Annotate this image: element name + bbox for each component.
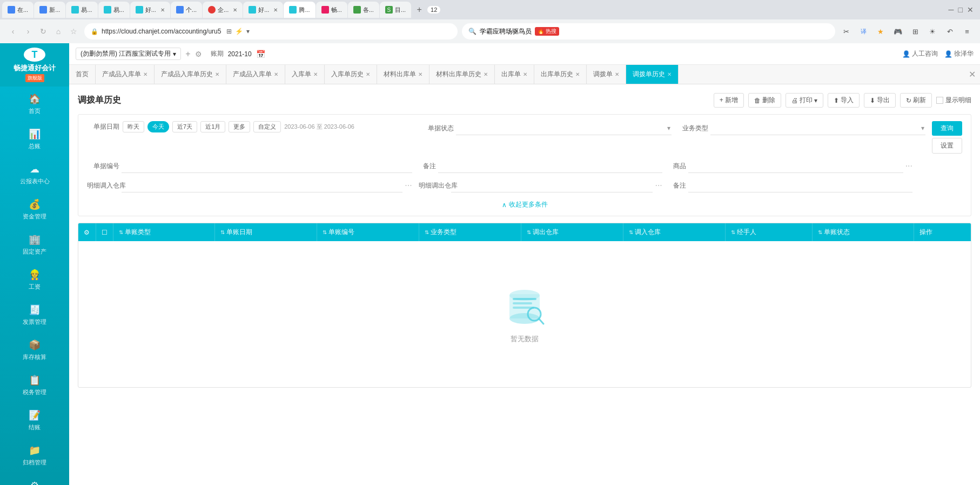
sidebar-item-archive[interactable]: 📁 归档管理 xyxy=(0,438,69,473)
sidebar-item-tax[interactable]: 📋 税务管理 xyxy=(0,368,69,403)
page-tab-close-8[interactable]: ✕ xyxy=(523,71,527,77)
tab-close-6[interactable]: ✕ xyxy=(233,7,237,13)
back-button[interactable]: ‹ xyxy=(6,25,19,38)
th-out-warehouse[interactable]: ⇅ 调出仓库 xyxy=(521,223,623,241)
page-tab-home[interactable]: 首页 xyxy=(69,65,96,84)
browser-tab-5[interactable]: 个... xyxy=(171,2,202,18)
page-tab-transfer-history[interactable]: 调拨单历史 ✕ xyxy=(626,65,679,84)
business-type-select[interactable]: ▾ xyxy=(710,121,925,135)
gear-settings-icon[interactable]: ⚙ xyxy=(195,50,202,58)
star-icon[interactable]: ★ xyxy=(874,25,887,38)
detail-in-input[interactable] xyxy=(122,178,402,192)
sidebar-item-inventory[interactable]: 📦 库存核算 xyxy=(0,333,69,368)
bookmark-button[interactable]: ☆ xyxy=(67,25,80,38)
browser-tab-1[interactable]: 新... xyxy=(34,2,65,18)
new-button[interactable]: + 新增 xyxy=(714,93,744,108)
page-tab-transfer[interactable]: 调拨单 ✕ xyxy=(587,65,626,84)
detail-out-input[interactable] xyxy=(451,178,653,192)
browser-tab-11[interactable]: S 目... xyxy=(380,2,411,18)
menu-icon[interactable]: ≡ xyxy=(961,25,974,38)
page-tab-close-1[interactable]: ✕ xyxy=(143,71,147,77)
date-btn-custom[interactable]: 自定义 xyxy=(253,121,281,132)
th-biz-type[interactable]: ⇅ 业务类型 xyxy=(419,223,521,241)
refresh-button[interactable]: ↻ 刷新 xyxy=(900,93,932,108)
date-btn-1month[interactable]: 近1月 xyxy=(200,121,225,132)
search-field[interactable]: 🔍 学霸应聘场驱鸟员 🔥 热搜 xyxy=(462,23,835,39)
date-btn-more[interactable]: 更多 xyxy=(229,121,250,132)
browser-tab-7[interactable]: 好... ✕ xyxy=(243,2,283,18)
doc-number-input[interactable] xyxy=(122,159,412,173)
goods-input[interactable] xyxy=(688,159,903,173)
remark-input[interactable] xyxy=(438,159,662,173)
sidebar-item-fixed-assets[interactable]: 🏢 固定资产 xyxy=(0,227,69,262)
brightness-icon[interactable]: ☀ xyxy=(926,25,939,38)
page-tab-inbound[interactable]: 入库单 ✕ xyxy=(285,65,325,84)
new-tab-button[interactable]: + xyxy=(412,2,427,17)
page-tab-outbound-history[interactable]: 出库单历史 ✕ xyxy=(534,65,587,84)
filter-settings-button[interactable]: 设置 xyxy=(932,138,962,154)
user-avatar[interactable]: 👤 徐泽华 xyxy=(944,49,974,58)
sidebar-item-payroll[interactable]: 👷 工资 xyxy=(0,262,69,297)
browser-tab-9[interactable]: 畅... xyxy=(316,2,347,18)
company-selector[interactable]: (勿删勿禁用) 江西服宝测试专用 ▾ xyxy=(76,48,181,60)
detail-out-picker-icon[interactable]: ··· xyxy=(655,181,662,190)
page-tab-close-3[interactable]: ✕ xyxy=(274,71,278,77)
display-checkbox[interactable] xyxy=(936,97,943,104)
page-tab-product-inbound2[interactable]: 产成品入库单 ✕ xyxy=(226,65,285,84)
minimize-button[interactable]: ─ xyxy=(949,5,954,14)
sidebar-item-home[interactable]: 🏠 首页 xyxy=(0,87,69,122)
browser-tab-6[interactable]: 企... ✕ xyxy=(203,2,243,18)
collapse-button[interactable]: ∧ 收起更多条件 xyxy=(87,200,962,209)
page-tab-outbound[interactable]: 出库单 ✕ xyxy=(495,65,534,84)
date-btn-7days[interactable]: 近7天 xyxy=(172,121,197,132)
add-company-button[interactable]: + xyxy=(185,49,190,59)
page-tab-material-outbound[interactable]: 材料出库单 ✕ xyxy=(377,65,429,84)
sidebar-item-period-close[interactable]: 📝 结账 xyxy=(0,403,69,438)
close-all-tabs-button[interactable]: ✕ xyxy=(969,69,980,79)
calendar-icon[interactable]: 📅 xyxy=(256,50,265,58)
page-tab-close-7[interactable]: ✕ xyxy=(484,71,488,77)
date-btn-today[interactable]: 今天 xyxy=(147,121,169,132)
sidebar-item-ledger[interactable]: 📊 总账 xyxy=(0,122,69,157)
browser-tab-3[interactable]: 易... xyxy=(98,2,130,18)
date-btn-yesterday[interactable]: 昨天 xyxy=(123,121,144,132)
browser-tab-2[interactable]: 易... xyxy=(66,2,97,18)
browser-tab-8[interactable]: 腾... xyxy=(284,2,315,18)
th-date[interactable]: ⇅ 单账日期 xyxy=(215,223,317,241)
goods-picker-icon[interactable]: ··· xyxy=(905,161,912,171)
page-tab-close-2[interactable]: ✕ xyxy=(215,71,219,77)
translate-icon[interactable]: 译 xyxy=(857,25,870,38)
th-handler[interactable]: ⇅ 经手人 xyxy=(725,223,812,241)
print-button[interactable]: 🖨 打印 ▾ xyxy=(786,93,823,108)
forward-button[interactable]: › xyxy=(22,25,35,38)
home-button[interactable]: ⌂ xyxy=(52,25,65,38)
page-tab-close-5[interactable]: ✕ xyxy=(366,71,370,77)
detail-in-picker-icon[interactable]: ··· xyxy=(405,181,412,190)
grid-icon[interactable]: ⊞ xyxy=(909,25,922,38)
sidebar-item-settings[interactable]: ⚙ 基础设置 xyxy=(0,473,69,485)
scissors-icon[interactable]: ✂ xyxy=(840,25,853,38)
page-tab-material-outbound-history[interactable]: 材料出库单历史 ✕ xyxy=(429,65,495,84)
checkbox-all[interactable]: ☐ xyxy=(102,229,108,236)
page-tab-close-6[interactable]: ✕ xyxy=(418,71,422,77)
th-number[interactable]: ⇅ 单账编号 xyxy=(317,223,419,241)
address-field[interactable]: 🔒 https://cloud.chanjet.com/accounting/u… xyxy=(84,23,458,39)
page-tab-close-11[interactable]: ✕ xyxy=(667,71,672,77)
th-gear[interactable]: ⚙ xyxy=(78,223,96,241)
sidebar-item-invoice[interactable]: 🧾 发票管理 xyxy=(0,297,69,333)
sidebar-item-finance[interactable]: 💰 资金管理 xyxy=(0,192,69,227)
tab-close-7[interactable]: ✕ xyxy=(273,7,278,13)
status-select[interactable]: ▾ xyxy=(456,121,671,135)
tab-close-4[interactable]: ✕ xyxy=(160,7,165,13)
customer-service-link[interactable]: 👤 人工咨询 xyxy=(902,49,938,58)
th-type[interactable]: ⇅ 单账类型 xyxy=(113,223,215,241)
browser-tab-10[interactable]: 各... xyxy=(348,2,379,18)
query-button[interactable]: 查询 xyxy=(932,121,962,136)
th-status[interactable]: ⇅ 单账状态 xyxy=(812,223,914,241)
delete-button[interactable]: 🗑 删除 xyxy=(748,93,781,108)
export-button[interactable]: ⬇ 导出 xyxy=(864,93,896,108)
close-button[interactable]: ✕ xyxy=(967,5,974,14)
browser-tab-0[interactable]: 在... xyxy=(2,2,33,18)
page-tab-product-inbound[interactable]: 产成品入库单 ✕ xyxy=(96,65,155,84)
display-toggle[interactable]: 显示明细 xyxy=(936,96,971,105)
